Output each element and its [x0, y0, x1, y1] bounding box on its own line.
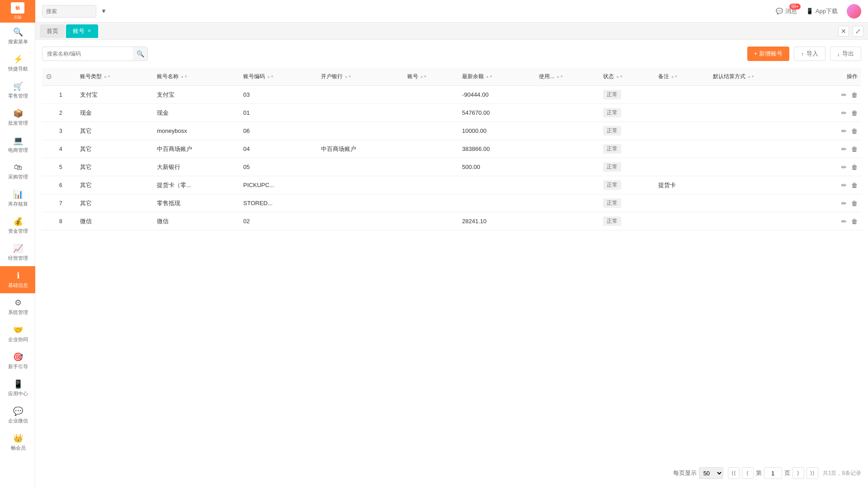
row-usage-5: [535, 176, 599, 194]
sidebar-item-app-center[interactable]: 📱应用中心: [0, 375, 35, 402]
sidebar-item-inventory[interactable]: 📊库存核算: [0, 185, 35, 212]
row-num-2: 3: [56, 122, 76, 140]
row-delete-icon-7[interactable]: 🗑: [851, 218, 858, 225]
tab-home[interactable]: 首页: [40, 24, 65, 38]
tab-close-account[interactable]: ✕: [87, 28, 91, 34]
sidebar-icon-new-guide: 🎯: [13, 352, 23, 362]
row-remark-5: 提货卡: [655, 176, 709, 194]
tab-expand-button[interactable]: ⤢: [853, 26, 863, 37]
page-next-button[interactable]: ⟩: [793, 467, 804, 479]
header-right: 💬 消息 99+ 📱 App下载: [776, 4, 861, 19]
col-account-type[interactable]: 账号类型▲▼: [76, 68, 153, 86]
row-edit-icon-4[interactable]: ✏: [841, 164, 847, 171]
row-delete-icon-2[interactable]: 🗑: [851, 127, 858, 135]
col-account-name[interactable]: 账号名称▲▼: [153, 68, 240, 86]
row-account-name-6: 零售抵现: [153, 194, 240, 212]
row-settings-5: [42, 176, 56, 194]
sidebar-item-quick-nav[interactable]: ⚡快捷导航: [0, 50, 35, 77]
sidebar-item-ops-mgmt[interactable]: 📈经营管理: [0, 239, 35, 266]
row-edit-icon-5[interactable]: ✏: [841, 182, 847, 189]
sidebar-icon-enterprise-wechat: 💬: [13, 406, 23, 416]
row-delete-icon-5[interactable]: 🗑: [851, 182, 858, 189]
row-delete-icon-3[interactable]: 🗑: [851, 145, 858, 153]
tab-account[interactable]: 账号✕: [66, 24, 98, 38]
row-settings-7: [42, 212, 56, 230]
sidebar-item-ecommerce-mgmt[interactable]: 💻电商管理: [0, 131, 35, 158]
add-account-button[interactable]: + 新增账号: [747, 47, 789, 61]
user-avatar[interactable]: [847, 4, 861, 19]
table-row: 2 现金 现金 01 547670.00 正常 ✏ 🗑: [42, 104, 861, 122]
sidebar-item-purchase-mgmt[interactable]: 🛍采购管理: [0, 158, 35, 185]
row-delete-icon-4[interactable]: 🗑: [851, 164, 858, 171]
logo-text: 乐版: [14, 14, 22, 20]
sidebar-label-app-center: 应用中心: [8, 390, 28, 397]
row-delete-icon-0[interactable]: 🗑: [851, 91, 858, 99]
sidebar-item-enterprise-agreement[interactable]: 🤝企业协同: [0, 320, 35, 347]
row-actions-6: ✏ 🗑: [808, 194, 861, 212]
row-edit-icon-0[interactable]: ✏: [841, 91, 847, 99]
header-dropdown[interactable]: ▼: [101, 8, 107, 14]
table-row: 8 微信 微信 02 28241.10 正常 ✏ 🗑: [42, 212, 861, 230]
top-header: ▼ 💬 消息 99+ 📱 App下载: [35, 0, 868, 23]
row-account-type-0: 支付宝: [76, 86, 153, 104]
header-left: ▼: [42, 5, 107, 18]
row-remark-3: [655, 140, 709, 158]
page-prev-button[interactable]: ⟨: [742, 467, 754, 479]
sidebar-item-enterprise-wechat[interactable]: 💬企业微信: [0, 402, 35, 429]
page-number-input[interactable]: [764, 467, 782, 479]
sidebar: 畅 乐版 🔍搜索菜单⚡快捷导航🛒零售管理📦批发管理💻电商管理🛍采购管理📊库存核算…: [0, 0, 35, 488]
row-edit-icon-2[interactable]: ✏: [841, 127, 847, 135]
settings-gear-icon[interactable]: ⚙: [46, 73, 52, 80]
row-delete-icon-6[interactable]: 🗑: [851, 200, 858, 207]
col-remark[interactable]: 备注▲▼: [655, 68, 709, 86]
search-button[interactable]: 🔍: [133, 47, 147, 61]
import-button[interactable]: ↑ 导入: [794, 47, 826, 61]
app-download-label: App下载: [816, 7, 838, 15]
row-delete-icon-1[interactable]: 🗑: [851, 109, 858, 117]
export-button[interactable]: ↓ 导出: [830, 47, 862, 61]
row-edit-icon-7[interactable]: ✏: [841, 218, 847, 225]
page-first-button[interactable]: ⟨⟨: [728, 467, 740, 479]
sidebar-icon-purchase-mgmt: 🛍: [14, 163, 22, 172]
row-latest-balance-5: [458, 176, 535, 194]
col-latest-balance[interactable]: 最新余额▲▼: [458, 68, 535, 86]
row-bank-1: [317, 104, 404, 122]
sidebar-icon-retail-mgmt: 🛒: [13, 81, 23, 91]
col-status[interactable]: 状态▲▼: [599, 68, 654, 86]
row-usage-7: [535, 212, 599, 230]
page-size-dropdown[interactable]: 50 10 20 100: [699, 467, 723, 479]
row-edit-icon-6[interactable]: ✏: [841, 200, 847, 207]
col-account-no[interactable]: 账号▲▼: [404, 68, 458, 86]
sidebar-label-basic-info: 基础信息: [8, 282, 28, 289]
header-search-input[interactable]: [42, 5, 96, 18]
message-button[interactable]: 💬 消息 99+: [776, 7, 797, 15]
sidebar-item-vip-member[interactable]: 👑畅会员: [0, 429, 35, 456]
tab-close-button[interactable]: ✕: [838, 26, 849, 37]
sidebar-item-wholesale-mgmt[interactable]: 📦批发管理: [0, 104, 35, 131]
row-edit-icon-3[interactable]: ✏: [841, 145, 847, 153]
sidebar-item-retail-mgmt[interactable]: 🛒零售管理: [0, 77, 35, 104]
sidebar-item-new-guide[interactable]: 🎯新手引导: [0, 347, 35, 375]
row-edit-icon-1[interactable]: ✏: [841, 109, 847, 117]
app-download-button[interactable]: 📱 App下载: [806, 7, 838, 15]
sidebar-label-sys-mgmt: 系统管理: [8, 309, 28, 316]
sidebar-icon-wholesale-mgmt: 📦: [13, 108, 23, 118]
row-account-type-5: 其它: [76, 176, 153, 194]
export-icon: ↓: [837, 51, 840, 57]
sidebar-item-finance-mgmt[interactable]: 💰资金管理: [0, 212, 35, 239]
row-remark-0: [655, 86, 709, 104]
page-navigation: ⟨⟨ ⟨ 第 页 ⟩ ⟩⟩: [728, 467, 818, 479]
row-actions-1: ✏ 🗑: [808, 104, 861, 122]
col-default-settlement[interactable]: 默认结算方式▲▼: [709, 68, 808, 86]
row-num-7: 8: [56, 212, 76, 230]
sidebar-item-search-menu[interactable]: 🔍搜索菜单: [0, 23, 35, 50]
row-remark-1: [655, 104, 709, 122]
page-last-button[interactable]: ⟩⟩: [807, 467, 818, 479]
col-usage[interactable]: 使用...▲▼: [535, 68, 599, 86]
col-bank[interactable]: 开户银行▲▼: [317, 68, 404, 86]
col-account-code[interactable]: 账号编码▲▼: [240, 68, 317, 86]
row-account-name-7: 微信: [153, 212, 240, 230]
sidebar-item-basic-info[interactable]: ℹ基础信息: [0, 266, 35, 293]
sidebar-item-sys-mgmt[interactable]: ⚙系统管理: [0, 293, 35, 320]
search-input[interactable]: [42, 51, 133, 57]
